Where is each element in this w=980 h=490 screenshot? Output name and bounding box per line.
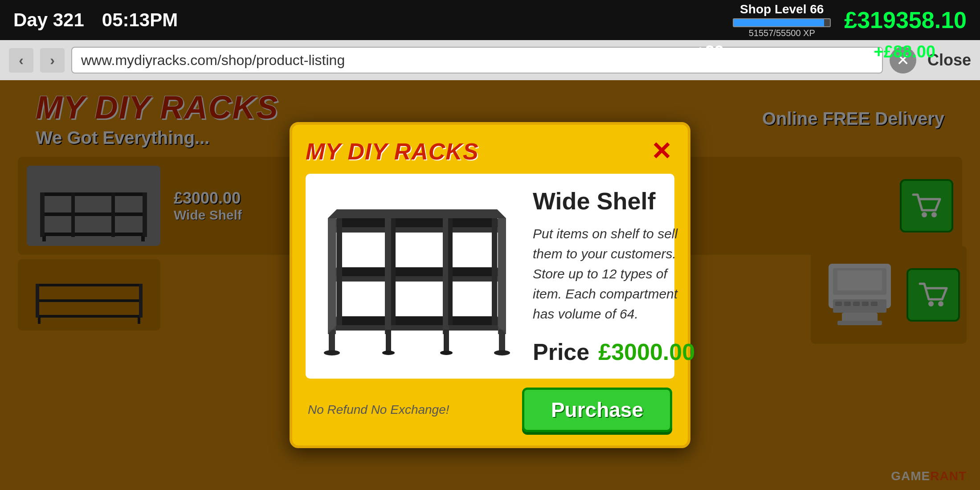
back-button[interactable]: ‹	[9, 48, 33, 73]
modal-box: MY DIY RACKS ✕	[290, 122, 690, 448]
top-bar-left: Day 321 05:13PM	[13, 9, 178, 31]
no-refund-text: No Refund No Exchange!	[308, 403, 449, 417]
svg-rect-46	[448, 218, 453, 325]
svg-rect-36	[328, 276, 506, 282]
svg-point-54	[440, 351, 453, 355]
url-text: www.mydiyracks.com/shop/product-listing	[81, 52, 345, 69]
svg-rect-38	[328, 325, 506, 331]
modal-title: MY DIY RACKS	[306, 138, 479, 165]
top-bar: Day 321 05:13PM Shop Level 66 51557/5550…	[0, 0, 980, 40]
modal-header: MY DIY RACKS ✕	[306, 138, 674, 165]
svg-point-52	[494, 350, 510, 355]
modal-price-value: £3000.00	[598, 339, 695, 365]
xp-text: 51557/55500 XP	[733, 28, 831, 38]
money-notification: +£88.00	[874, 42, 935, 61]
modal-close-button[interactable]: ✕	[648, 138, 674, 165]
svg-marker-34	[328, 267, 506, 276]
svg-marker-55	[328, 209, 337, 334]
modal-price-row: Price £3000.00	[533, 339, 695, 365]
modal-price-label: Price	[533, 339, 589, 365]
svg-marker-57	[328, 209, 506, 218]
top-bar-right: Shop Level 66 51557/55500 XP £319358.10	[733, 2, 967, 38]
time-display: 05:13PM	[102, 9, 178, 31]
svg-marker-37	[328, 316, 506, 325]
svg-rect-41	[337, 218, 342, 325]
xp-bar-fill	[734, 19, 824, 26]
address-bar-row: ‹ › www.mydiyracks.com/shop/product-list…	[0, 40, 980, 80]
svg-rect-43	[385, 218, 391, 334]
forward-button[interactable]: ›	[40, 48, 65, 73]
modal-overlay: MY DIY RACKS ✕	[0, 80, 980, 490]
svg-rect-44	[443, 218, 449, 334]
svg-rect-48	[499, 330, 505, 352]
modal-product-name: Wide Shelf	[533, 187, 695, 215]
svg-marker-31	[328, 218, 506, 227]
browser-content: MY DIY RACKS We Got Everything... Online…	[0, 80, 980, 490]
modal-product-desc: Put items on shelf to sell them to your …	[533, 224, 695, 324]
modal-product-info: Wide Shelf Put items on shelf to sell th…	[533, 187, 695, 365]
modal-product-image	[319, 192, 515, 361]
modal-footer: No Refund No Exchange! Purchase	[306, 388, 674, 432]
svg-rect-50	[444, 330, 449, 352]
svg-rect-33	[328, 227, 506, 233]
money-display: £319358.10	[844, 7, 967, 33]
address-field[interactable]: www.mydiyracks.com/shop/product-listing	[71, 47, 883, 74]
purchase-button[interactable]: Purchase	[522, 388, 672, 432]
day-time: Day 321	[13, 9, 84, 31]
shop-level-block: Shop Level 66 51557/55500 XP	[733, 2, 831, 38]
svg-rect-45	[391, 218, 396, 325]
svg-point-51	[324, 350, 340, 355]
svg-marker-56	[497, 209, 506, 334]
svg-point-53	[382, 351, 395, 355]
svg-rect-49	[386, 330, 391, 352]
xp-bar-container	[733, 18, 831, 27]
svg-rect-42	[492, 218, 497, 325]
modal-image-area	[319, 187, 515, 365]
modal-content-area: Wide Shelf Put items on shelf to sell th…	[306, 174, 674, 379]
xp-notification: +29 xp	[695, 42, 748, 61]
shop-level-text: Shop Level 66	[733, 2, 831, 16]
svg-rect-47	[329, 330, 335, 352]
